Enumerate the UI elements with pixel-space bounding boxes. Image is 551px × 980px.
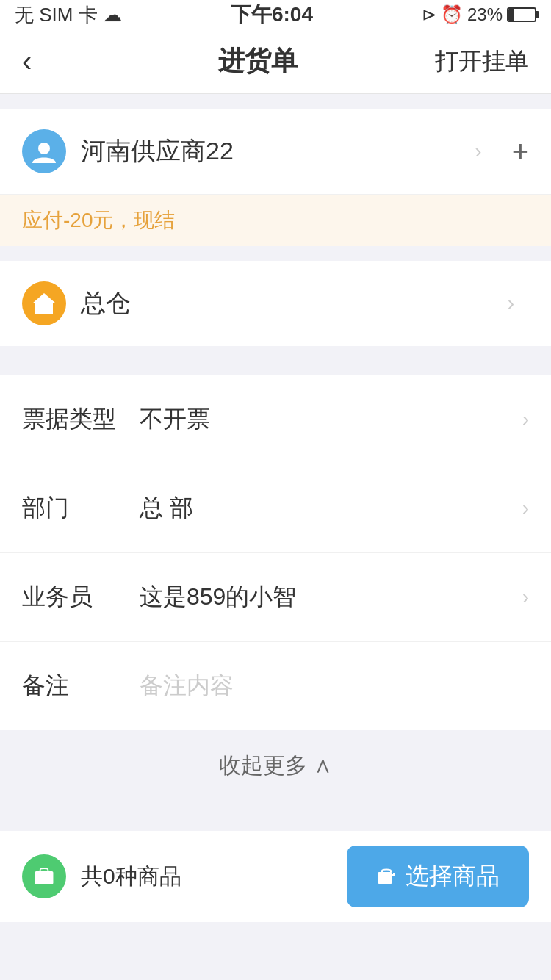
supplier-section: 河南供应商22 › + 应付-20元，现结 (0, 109, 551, 246)
salesperson-row[interactable]: 业务员 这是859的小智 › (0, 553, 551, 642)
house-icon (31, 290, 57, 317)
warehouse-row[interactable]: 总仓 › (0, 261, 551, 346)
remark-label: 备注 (22, 670, 125, 702)
salesperson-label: 业务员 (22, 581, 125, 613)
notice-text: 应付-20元，现结 (22, 209, 175, 231)
svg-point-0 (38, 143, 50, 154)
warehouse-chevron-icon: › (508, 292, 514, 315)
status-bar: 无 SIM 卡 ☁ 下午6:04 ⊳ ⏰ 23% (0, 0, 551, 29)
page-title: 进货单 (218, 43, 298, 79)
section-gap-4 (0, 801, 551, 816)
invoice-type-row[interactable]: 票据类型 不开票 › (0, 375, 551, 464)
department-row[interactable]: 部门 总 部 › (0, 464, 551, 553)
remark-row[interactable]: 备注 备注内容 (0, 642, 551, 730)
select-cart-icon (376, 866, 397, 887)
salesperson-chevron: › (522, 586, 529, 609)
supplier-avatar (22, 129, 66, 173)
product-count: 共0种商品 (81, 862, 347, 892)
clock-icon: ⏰ (441, 4, 463, 25)
supplier-name: 河南供应商22 (81, 134, 475, 168)
warehouse-name: 总仓 (81, 287, 508, 320)
select-product-button[interactable]: 选择商品 (347, 846, 529, 907)
sim-label: 无 SIM 卡 ☁ (15, 2, 122, 28)
department-label: 部门 (22, 492, 125, 525)
salesperson-value: 这是859的小智 (140, 581, 522, 613)
notice-bar: 应付-20元，现结 (0, 195, 551, 246)
status-left: 无 SIM 卡 ☁ (15, 2, 122, 28)
svg-rect-3 (35, 871, 54, 884)
department-chevron: › (522, 497, 529, 520)
department-value: 总 部 (140, 492, 522, 525)
bottom-bar: 共0种商品 选择商品 (0, 831, 551, 922)
cart-icon (32, 865, 56, 888)
collapse-row[interactable]: 收起更多 ∧ (0, 730, 551, 801)
add-supplier-button[interactable]: + (512, 135, 529, 168)
status-time: 下午6:04 (231, 1, 313, 29)
warehouse-icon (22, 281, 66, 325)
warehouse-section: 总仓 › (0, 261, 551, 346)
nav-bar: ‹ 进货单 打开挂单 (0, 29, 551, 94)
svg-rect-4 (378, 872, 392, 884)
battery-percent: 23% (467, 4, 503, 25)
remark-value[interactable]: 备注内容 (140, 670, 529, 702)
open-pending-button[interactable]: 打开挂单 (435, 46, 529, 78)
invoice-type-label: 票据类型 (22, 403, 125, 436)
supplier-chevron-icon: › (475, 140, 481, 163)
product-icon (22, 854, 66, 898)
supplier-row[interactable]: 河南供应商22 › + (0, 109, 551, 195)
collapse-text: 收起更多 ∧ (219, 751, 331, 781)
battery-icon (507, 7, 536, 22)
user-icon (31, 138, 57, 165)
svg-rect-2 (40, 306, 48, 314)
select-product-label: 选择商品 (406, 860, 500, 893)
section-gap-2 (0, 246, 551, 261)
section-gap-1 (0, 94, 551, 109)
invoice-type-chevron: › (522, 408, 529, 431)
status-right: ⊳ ⏰ 23% (422, 4, 536, 25)
form-section: 票据类型 不开票 › 部门 总 部 › 业务员 这是859的小智 › 备注 备注… (0, 375, 551, 730)
invoice-type-value: 不开票 (140, 403, 522, 436)
section-gap-3 (0, 346, 551, 361)
back-button[interactable]: ‹ (22, 45, 81, 78)
location-icon: ⊳ (422, 4, 436, 25)
divider (497, 137, 497, 166)
